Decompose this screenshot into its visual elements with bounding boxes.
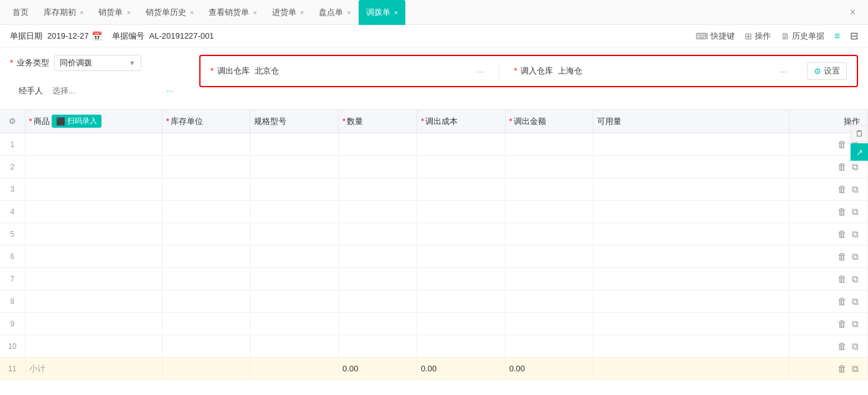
row-spec[interactable] [250, 290, 339, 313]
row-spec[interactable] [250, 201, 339, 223]
row-goods[interactable] [25, 313, 162, 335]
row-unit[interactable] [162, 223, 250, 245]
row-goods[interactable] [25, 223, 162, 245]
scan-button[interactable]: ⬛ 扫码录入 [52, 115, 101, 128]
business-type-select[interactable]: 同价调拨 ▼ [54, 55, 141, 71]
row-cost[interactable] [417, 223, 506, 245]
row-cost[interactable] [417, 156, 506, 178]
row-amount[interactable] [505, 156, 593, 178]
row-amount[interactable] [505, 313, 593, 335]
calendar-icon[interactable]: 📅 [92, 31, 102, 41]
settings-button[interactable]: ⚙ 设置 [807, 62, 847, 80]
tab-inventory-count[interactable]: 盘点单 × [311, 0, 358, 25]
tab-transfer[interactable]: 调拨单 × [359, 0, 405, 25]
row-goods[interactable] [25, 335, 162, 358]
tab-close-icon[interactable]: × [253, 9, 257, 16]
row-cost[interactable] [417, 268, 506, 290]
row-unit[interactable] [162, 156, 250, 178]
delete-icon[interactable]: 🗑 [837, 296, 847, 307]
row-qty[interactable] [339, 268, 417, 290]
row-cost[interactable] [417, 290, 506, 313]
row-available[interactable] [593, 223, 790, 245]
row-unit[interactable] [162, 290, 250, 313]
row-available[interactable] [593, 313, 790, 335]
copy-icon[interactable]: ⧉ [852, 251, 859, 262]
row-amount[interactable] [505, 335, 593, 358]
copy-icon[interactable]: ⧉ [852, 229, 859, 240]
copy-icon[interactable]: ⧉ [852, 363, 859, 374]
row-goods[interactable] [25, 178, 162, 201]
row-unit[interactable] [162, 268, 250, 290]
row-spec[interactable] [250, 156, 339, 178]
row-qty[interactable] [339, 313, 417, 335]
row-cost[interactable] [417, 245, 506, 268]
row-goods[interactable] [25, 156, 162, 178]
row-qty[interactable] [339, 178, 417, 201]
tab-sales-order[interactable]: 销货单 × [91, 0, 138, 25]
row-goods[interactable] [25, 245, 162, 268]
row-spec[interactable] [250, 268, 339, 290]
row-spec[interactable] [250, 223, 339, 245]
row-unit[interactable] [162, 245, 250, 268]
row-available[interactable] [593, 335, 790, 358]
delete-icon[interactable]: 🗑 [837, 206, 847, 217]
shortcuts-button[interactable]: ⌨ 快捷键 [696, 31, 735, 42]
operations-button[interactable]: ⊞ 操作 [745, 31, 771, 42]
row-spec[interactable] [250, 178, 339, 201]
tab-close-icon[interactable]: × [190, 9, 194, 16]
row-available[interactable] [593, 201, 790, 223]
tab-close-icon[interactable]: × [300, 9, 304, 16]
row-unit[interactable] [162, 201, 250, 223]
row-cost[interactable] [417, 178, 506, 201]
tab-inventory-initial[interactable]: 库存期初 × [36, 0, 91, 25]
row-qty[interactable] [339, 133, 417, 156]
delete-icon[interactable]: 🗑 [837, 363, 847, 374]
copy-icon[interactable]: ⧉ [852, 341, 859, 352]
manager-input[interactable] [48, 83, 161, 98]
row-cost[interactable] [417, 133, 506, 156]
row-amount[interactable] [505, 223, 593, 245]
row-qty[interactable] [339, 223, 417, 245]
row-goods[interactable] [25, 133, 162, 156]
tab-home[interactable]: 首页 [5, 0, 36, 25]
delete-icon[interactable]: 🗑 [837, 251, 847, 262]
row-qty[interactable] [339, 245, 417, 268]
row-available[interactable] [593, 290, 790, 313]
layout-icon2[interactable]: ⊟ [850, 30, 858, 42]
row-available[interactable] [593, 178, 790, 201]
row-cost[interactable] [417, 313, 506, 335]
tab-purchase[interactable]: 进货单 × [265, 0, 311, 25]
row-goods[interactable] [25, 290, 162, 313]
delete-icon[interactable]: 🗑 [837, 184, 847, 194]
layout-icon1[interactable]: ≡ [834, 31, 840, 42]
gear-column-header[interactable]: ⚙ [0, 110, 25, 133]
delete-icon[interactable]: 🗑 [837, 341, 847, 351]
tab-view-sales[interactable]: 查看销货单 × [201, 0, 264, 25]
copy-icon[interactable]: ⧉ [852, 274, 859, 285]
delete-icon[interactable]: 🗑 [837, 274, 847, 284]
row-available[interactable] [593, 156, 790, 178]
row-spec[interactable] [250, 133, 339, 156]
tab-sales-history[interactable]: 销货单历史 × [138, 0, 201, 25]
delete-icon[interactable]: 🗑 [837, 229, 847, 239]
row-amount[interactable] [505, 245, 593, 268]
row-spec[interactable] [250, 313, 339, 335]
copy-icon[interactable]: ⧉ [852, 296, 859, 307]
row-amount[interactable] [505, 178, 593, 201]
copy-icon[interactable]: ⧉ [852, 184, 859, 195]
row-available[interactable] [593, 268, 790, 290]
delete-icon[interactable]: 🗑 [837, 318, 847, 329]
row-amount[interactable] [505, 268, 593, 290]
tab-close-icon[interactable]: × [347, 9, 351, 16]
copy-icon[interactable]: ⧉ [852, 161, 859, 173]
row-qty[interactable] [339, 156, 417, 178]
tab-close-icon[interactable]: × [126, 9, 130, 16]
warehouse-out-more-button[interactable]: ··· [477, 67, 484, 76]
row-unit[interactable] [162, 335, 250, 358]
row-cost[interactable] [417, 201, 506, 223]
copy-icon[interactable]: ⧉ [852, 318, 859, 330]
row-goods[interactable] [25, 201, 162, 223]
row-spec[interactable] [250, 245, 339, 268]
row-cost[interactable] [417, 335, 506, 358]
delete-icon[interactable]: 🗑 [837, 161, 847, 172]
